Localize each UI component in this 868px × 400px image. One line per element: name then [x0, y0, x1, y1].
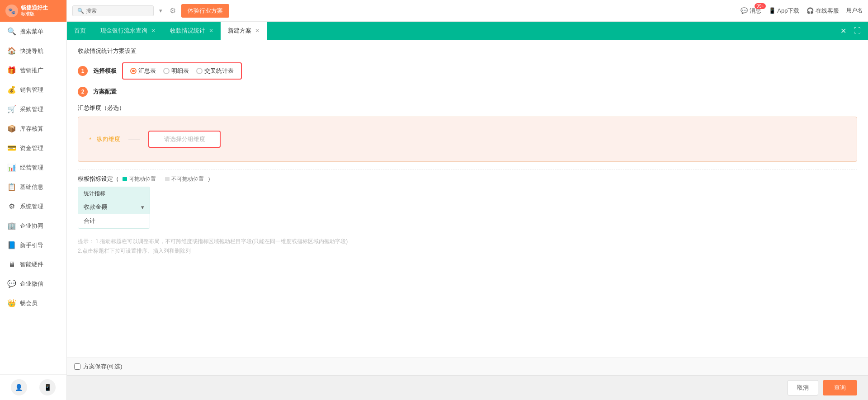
- radio-summary-circle: [130, 68, 137, 74]
- sidebar-bottom-btn-right[interactable]: 📱: [39, 379, 56, 395]
- stats-table: 统计指标 收款金额 ▾ 合计: [78, 187, 150, 229]
- dropdown-arrow-icon[interactable]: ▾: [157, 5, 164, 16]
- section2-num: 2: [78, 87, 88, 97]
- user-name: 用户名: [846, 7, 863, 14]
- dim-select-placeholder: 请选择分组维度: [164, 136, 205, 142]
- sidebar-item-purchase[interactable]: 🛒 采购管理: [0, 99, 66, 119]
- search-input[interactable]: [86, 8, 149, 14]
- sidebar-item-label: 库存核算: [20, 125, 43, 133]
- sidebar-item-enterprise[interactable]: 🏢 企业协同: [0, 216, 66, 235]
- tab-new-plan-close[interactable]: ✕: [255, 28, 259, 34]
- tab-receipt-stats-label: 收款情况统计: [170, 27, 205, 35]
- sidebar-item-label: 畅会员: [20, 299, 38, 307]
- logo-icon: 🐾: [5, 5, 18, 17]
- cancel-button[interactable]: 取消: [788, 380, 818, 395]
- section2-title: 方案配置: [93, 88, 117, 96]
- sidebar-item-management[interactable]: 📊 经营管理: [0, 158, 66, 177]
- save-plan-label: 方案保存(可选): [83, 362, 123, 371]
- edition-label: 标准版: [21, 11, 48, 17]
- sidebar-item-inventory[interactable]: 📦 库存核算: [0, 119, 66, 138]
- sidebar-item-label: 搜索菜单: [20, 28, 43, 36]
- stats-section-header: 统计指标: [78, 187, 150, 200]
- sidebar-item-wechat[interactable]: 💬 企业微信: [0, 274, 66, 293]
- industry-btn[interactable]: 体验行业方案: [181, 4, 229, 18]
- radio-summary[interactable]: 汇总表: [130, 67, 156, 75]
- sidebar-item-finance[interactable]: 💳 资金管理: [0, 138, 66, 158]
- radio-cross-circle: [196, 68, 203, 74]
- sidebar-item-label: 经营管理: [20, 164, 43, 172]
- service-label[interactable]: 🎧 在线客服: [807, 7, 839, 15]
- finance-icon: 💳: [7, 144, 16, 152]
- metrics-config-close-paren: ）: [208, 175, 213, 183]
- sidebar-item-sales[interactable]: 💰 销售管理: [0, 80, 66, 99]
- metrics-config-label: 模板指标设定（: [78, 175, 119, 183]
- tab-receipt-stats[interactable]: 收款情况统计 ✕: [163, 22, 221, 40]
- member-icon: 👑: [7, 299, 16, 307]
- search-icon: 🔍: [77, 8, 84, 14]
- sidebar-item-label: 销售管理: [20, 86, 43, 94]
- sidebar-item-label: 企业微信: [20, 280, 43, 288]
- sidebar-item-search-menu[interactable]: 🔍 搜索菜单: [0, 22, 66, 41]
- radio-cross[interactable]: 交叉统计表: [196, 67, 234, 75]
- tab-home[interactable]: 首页: [67, 22, 93, 40]
- tab-expand-icon[interactable]: ⛶: [852, 26, 863, 36]
- save-plan-checkbox[interactable]: [74, 363, 80, 370]
- radio-detail[interactable]: 明细表: [163, 67, 189, 75]
- radio-detail-circle: [163, 68, 170, 74]
- sidebar-item-guide[interactable]: 📘 新手引导: [0, 235, 66, 255]
- section1-row: 1 选择模板 汇总表 明细表 交叉统计表: [78, 62, 857, 80]
- radio-detail-label: 明细表: [171, 67, 189, 75]
- gear-icon[interactable]: ⚙: [168, 5, 178, 17]
- tab-cash-flow[interactable]: 现金银行流水查询 ✕: [93, 22, 163, 40]
- sidebar-item-label: 系统管理: [20, 202, 43, 211]
- logo-text: 畅捷通好生: [21, 5, 48, 11]
- legend-movable: 可拖动位置: [123, 175, 156, 183]
- sidebar-item-quick-nav[interactable]: 🏠 快捷导航: [0, 41, 66, 61]
- tab-cash-flow-close[interactable]: ✕: [151, 28, 156, 34]
- tab-receipt-stats-close[interactable]: ✕: [209, 28, 213, 34]
- sidebar-item-base-info[interactable]: 📋 基础信息: [0, 177, 66, 197]
- metrics-label-row: 模板指标设定（ 可拖动位置 不可拖动位置 ）: [78, 175, 857, 183]
- management-icon: 📊: [7, 163, 16, 172]
- notification-count: 99+: [755, 3, 766, 9]
- notification-badge[interactable]: 💬 消息 99+: [741, 7, 761, 15]
- topbar-search-box[interactable]: 🔍: [72, 5, 154, 16]
- stats-cell-revenue[interactable]: 收款金额 ▾: [78, 200, 150, 214]
- tabbar: 首页 现金银行流水查询 ✕ 收款情况统计 ✕ 新建方案 ✕ ✕ ⛶: [67, 22, 868, 40]
- wechat-icon: 💬: [7, 279, 16, 288]
- tip1: 提示： 1.拖动标题栏可以调整布局，不可跨维度或指标区域拖动栏目字段(只能在同一…: [78, 238, 857, 245]
- tab-close-all-icon[interactable]: ✕: [839, 26, 848, 36]
- metrics-dropdown-icon: ▾: [141, 204, 144, 211]
- tab-new-plan[interactable]: 新建方案 ✕: [221, 22, 267, 40]
- query-button[interactable]: 查询: [823, 380, 857, 395]
- metrics-config-sep: [160, 176, 161, 183]
- sidebar-bottom-btn-left[interactable]: 👤: [11, 379, 27, 395]
- tab-cash-flow-label: 现金银行流水查询: [100, 27, 147, 35]
- footer: 方案保存(可选): [67, 358, 868, 375]
- sidebar-item-label: 营销推广: [20, 66, 43, 75]
- sidebar-item-smart-hw[interactable]: 🖥 智能硬件: [0, 255, 66, 274]
- sidebar-item-label: 快捷导航: [20, 47, 43, 55]
- section2-row: 2 方案配置: [78, 87, 857, 97]
- quick-nav-icon: 🏠: [7, 47, 16, 55]
- sidebar-item-label: 资金管理: [20, 144, 43, 152]
- system-icon: ⚙: [7, 202, 16, 211]
- stats-row-total: 合计: [78, 214, 150, 228]
- radio-summary-label: 汇总表: [138, 67, 156, 75]
- dimension-title: 汇总维度（必选）: [78, 104, 857, 112]
- dim-required-marker: *: [89, 136, 91, 143]
- guide-icon: 📘: [7, 241, 16, 249]
- radio-cross-label: 交叉统计表: [204, 67, 234, 75]
- template-radio-group: 汇总表 明细表 交叉统计表: [130, 67, 234, 75]
- sidebar-item-marketing[interactable]: 🎁 营销推广: [0, 61, 66, 80]
- dim-select-box[interactable]: 请选择分组维度: [148, 131, 221, 148]
- movable-dot: [123, 177, 127, 181]
- download-label[interactable]: 📱 App下载: [769, 7, 799, 15]
- sidebar-item-member[interactable]: 👑 畅会员: [0, 293, 66, 313]
- sidebar-item-system[interactable]: ⚙ 系统管理: [0, 197, 66, 216]
- tabbar-controls: ✕ ⛶: [839, 26, 868, 36]
- template-selection-box: 汇总表 明细表 交叉统计表: [122, 62, 242, 80]
- page-title: 收款情况统计方案设置: [78, 47, 857, 55]
- dim-arrow-icon: ——: [128, 136, 140, 143]
- sidebar-item-label: 基础信息: [20, 183, 43, 191]
